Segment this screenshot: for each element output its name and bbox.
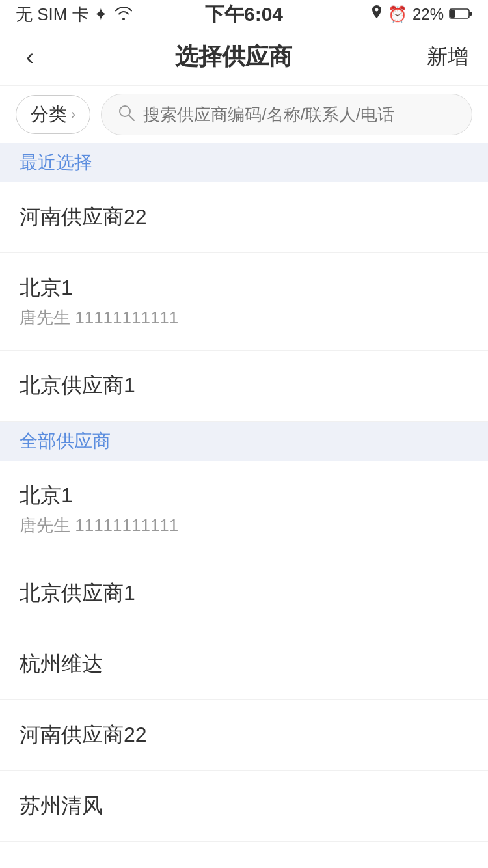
all-section-title: 全部供应商: [20, 429, 111, 454]
item-name: 北京供应商1: [20, 372, 468, 400]
item-name: 河南供应商22: [20, 721, 468, 750]
status-bar: 无 SIM 卡 ✦ 下午6:04 ⏰ 22%: [0, 0, 488, 29]
status-left: 无 SIM 卡 ✦: [16, 3, 133, 26]
list-item[interactable]: 北京供应商1: [0, 351, 488, 422]
chevron-right-icon: ›: [71, 106, 75, 123]
recent-list: 河南供应商22 北京1 唐先生 11111111111 北京供应商1: [0, 182, 488, 422]
item-name: 杭州维达: [20, 650, 468, 679]
list-item[interactable]: 杭州维达: [0, 629, 488, 700]
item-name: 北京1: [20, 274, 468, 303]
item-sub: 唐先生 11111111111: [20, 306, 468, 329]
item-name: 苏州清风: [20, 792, 468, 821]
battery-icon: [449, 5, 472, 23]
all-section-header: 全部供应商: [0, 422, 488, 461]
svg-rect-2: [469, 12, 472, 16]
category-label: 分类: [31, 102, 67, 127]
list-item[interactable]: 苏州清风: [0, 771, 488, 842]
all-list: 北京1 唐先生 11111111111 北京供应商1 杭州维达 河南供应商22 …: [0, 461, 488, 842]
nav-bar: ‹ 选择供应商 新增: [0, 29, 488, 86]
back-button[interactable]: ‹: [20, 37, 40, 77]
battery-text: 22%: [413, 5, 444, 23]
svg-line-4: [129, 115, 135, 120]
search-box[interactable]: [101, 94, 472, 135]
search-input[interactable]: [143, 105, 456, 125]
wifi-icon: [115, 5, 133, 25]
list-item[interactable]: 河南供应商22: [0, 182, 488, 253]
list-item[interactable]: 北京1 唐先生 11111111111: [0, 461, 488, 558]
item-name: 北京1: [20, 481, 468, 510]
category-filter[interactable]: 分类 ›: [16, 95, 90, 134]
list-item[interactable]: 北京1 唐先生 11111111111: [0, 253, 488, 351]
recent-section-header: 最近选择: [0, 143, 488, 182]
sim-status: 无 SIM 卡 ✦: [16, 3, 108, 26]
svg-rect-1: [450, 10, 455, 18]
item-name: 河南供应商22: [20, 203, 468, 232]
list-item[interactable]: 河南供应商22: [0, 700, 488, 771]
item-sub: 唐先生 11111111111: [20, 514, 468, 537]
item-name: 北京供应商1: [20, 579, 468, 608]
add-button[interactable]: 新增: [427, 43, 468, 72]
svg-point-3: [120, 106, 130, 116]
recent-section-title: 最近选择: [20, 150, 92, 175]
status-time: 下午6:04: [205, 1, 283, 28]
filter-bar: 分类 ›: [0, 86, 488, 143]
search-icon: [117, 103, 135, 126]
location-icon: [371, 5, 383, 23]
status-right: ⏰ 22%: [371, 5, 472, 23]
list-item[interactable]: 北京供应商1: [0, 558, 488, 629]
page-title: 选择供应商: [175, 41, 292, 73]
alarm-icon: ⏰: [388, 5, 407, 23]
